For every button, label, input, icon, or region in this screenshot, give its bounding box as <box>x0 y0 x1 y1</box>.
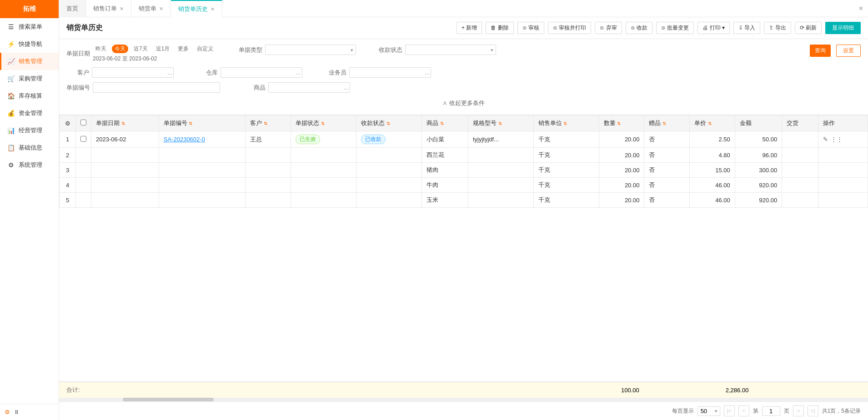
per-page-select[interactable]: 50 100 200 <box>697 406 720 416</box>
doc-no-input[interactable] <box>93 82 220 93</box>
date-tab-yesterday[interactable]: 昨天 <box>93 45 109 53</box>
col-goods[interactable]: 商品 ⇅ <box>421 115 468 131</box>
tab-sales-history[interactable]: 销货单历史 ✕ <box>171 0 222 17</box>
abandon-button[interactable]: ⊙ 弃审 <box>595 22 622 34</box>
page-prev-button[interactable]: < <box>738 405 749 416</box>
sidebar-item-search-menu[interactable]: ☰ 搜索菜单 <box>0 18 59 35</box>
goods-input[interactable] <box>268 82 350 93</box>
tab-sales-goods[interactable]: 销货单 ✕ <box>131 0 171 17</box>
date-tab-more[interactable]: 更多 <box>175 45 191 53</box>
sidebar-item-quick-nav[interactable]: ⚡ 快捷导航 <box>0 35 59 53</box>
sidebar-item-operations[interactable]: 📊 经营管理 <box>0 122 59 139</box>
batch-change-button[interactable]: ⊙ 批量变更 <box>656 22 694 34</box>
goods-more-icon[interactable]: ... <box>344 84 349 91</box>
cell-goods: 猪肉 <box>421 163 468 178</box>
customer-input[interactable] <box>92 67 174 78</box>
sidebar-item-label: 库存核算 <box>19 92 42 100</box>
sidebar-bottom-icon2[interactable]: ⏸ <box>14 409 20 415</box>
edit-action-icon[interactable]: ✎ <box>823 136 828 143</box>
row-checkbox[interactable] <box>80 136 86 142</box>
page-next-button[interactable]: > <box>793 405 804 416</box>
import-button[interactable]: ⇩ 导入 <box>733 22 760 34</box>
page-number-input[interactable] <box>762 406 780 416</box>
tab-home[interactable]: 首页 <box>59 0 86 17</box>
delete-button[interactable]: 🗑 删除 <box>486 22 513 34</box>
warehouse-more-icon[interactable]: ... <box>296 69 301 76</box>
payment-status-badge: 已收款 <box>361 135 386 144</box>
cell-goods: 牛肉 <box>421 178 468 193</box>
new-button[interactable]: + 新增 <box>457 22 482 34</box>
sidebar-item-inventory[interactable]: 🏠 库存核算 <box>0 87 59 105</box>
salesperson-input[interactable] <box>349 67 431 78</box>
summary-label: 合计: <box>66 386 103 394</box>
audit-print-button[interactable]: ⊙ 审核并打印 <box>548 22 591 34</box>
sidebar-item-purchase-mgmt[interactable]: 🛒 采购管理 <box>0 70 59 87</box>
scrollbar-thumb[interactable] <box>123 398 214 401</box>
date-tabs-group: 昨天 今天 近7天 近1月 更多 自定义 2023-06-02 至 2023-0… <box>93 45 216 63</box>
col-gift[interactable]: 赠品 ⇅ <box>644 115 690 131</box>
cell-quantity: 20.00 <box>599 131 644 148</box>
sort-doc-date-icon: ⇅ <box>121 121 125 126</box>
tab-close-sales-history[interactable]: ✕ <box>211 0 215 18</box>
audit-button[interactable]: ⊙ 审核 <box>517 22 544 34</box>
cell-gift: 否 <box>644 148 690 163</box>
cell-doc-date <box>91 178 159 193</box>
page-first-button[interactable]: |< <box>724 405 735 416</box>
customer-more-icon[interactable]: ... <box>167 69 172 76</box>
page-last-button[interactable]: >| <box>808 405 818 416</box>
filter-more-btn[interactable]: ∧ 收起更多条件 <box>66 97 861 109</box>
doc-type-select[interactable] <box>265 45 356 55</box>
payment-status-select[interactable] <box>405 45 496 55</box>
export-button[interactable]: ⇪ 导出 <box>764 22 791 34</box>
date-tab-custom[interactable]: 自定义 <box>194 45 216 53</box>
sort-goods-icon: ⇅ <box>440 121 444 126</box>
cell-checkbox[interactable] <box>76 148 91 163</box>
collect-button[interactable]: ⊙ 收款 <box>626 22 652 34</box>
doc-no-label: 单据编号 <box>66 84 90 92</box>
more-action-icon[interactable]: ⋮⋮ <box>831 136 843 143</box>
toolbar: 销货单历史 + 新增 🗑 删除 ⊙ 审核 ⊙ 审核并打印 ⊙ 弃审 ⊙ 收款 ⊙… <box>59 17 868 39</box>
settings-button[interactable]: 设置 <box>836 45 861 57</box>
col-unit-price[interactable]: 单价 ⇅ <box>690 115 735 131</box>
date-tab-7days[interactable]: 近7天 <box>131 45 151 53</box>
sidebar-item-system-mgmt[interactable]: ⚙ 系统管理 <box>0 156 59 174</box>
cell-checkbox[interactable] <box>76 163 91 178</box>
tab-close-sales-order[interactable]: ✕ <box>120 0 124 17</box>
sidebar-item-sales-mgmt[interactable]: 📈 销售管理 <box>0 53 59 70</box>
sidebar-bottom-icon1[interactable]: ⚙ <box>5 409 10 415</box>
col-settings[interactable]: ⚙ <box>60 115 76 131</box>
col-customer[interactable]: 客户 ⇅ <box>246 115 291 131</box>
col-spec-type[interactable]: 规格型号 ⇅ <box>468 115 533 131</box>
show-detail-button[interactable]: 显示明细 <box>825 22 861 34</box>
salesperson-more-icon[interactable]: ... <box>425 69 430 76</box>
cell-checkbox[interactable] <box>76 178 91 193</box>
query-button[interactable]: 查询 <box>810 45 831 57</box>
select-all-checkbox[interactable] <box>80 120 86 125</box>
col-doc-status[interactable]: 单据状态 ⇅ <box>291 115 356 131</box>
cell-customer: 王总 <box>246 131 291 148</box>
tabs-close-all[interactable]: ✕ <box>858 5 868 12</box>
col-quantity[interactable]: 数量 ⇅ <box>599 115 644 131</box>
tab-sales-order[interactable]: 销售订单 ✕ <box>86 0 131 17</box>
sidebar-item-base-info[interactable]: 📋 基础信息 <box>0 139 59 156</box>
scrollbar-track[interactable] <box>59 398 868 401</box>
tab-close-sales-goods[interactable]: ✕ <box>159 0 163 17</box>
col-sales-unit[interactable]: 销售单位 ⇅ <box>533 115 599 131</box>
cell-quantity: 20.00 <box>599 178 644 193</box>
sidebar-item-label: 系统管理 <box>19 161 42 169</box>
refresh-button[interactable]: ⟳ 刷新 <box>795 22 822 34</box>
cell-goods: 西兰花 <box>421 148 468 163</box>
cell-sales-unit: 千克 <box>533 131 599 148</box>
col-payment-status[interactable]: 收款状态 ⇅ <box>356 115 421 131</box>
sidebar-item-finance[interactable]: 💰 资金管理 <box>0 105 59 122</box>
doc-no-link[interactable]: SA-20230602-0 <box>164 136 205 143</box>
sort-payment-status-icon: ⇅ <box>386 121 390 126</box>
date-tab-today[interactable]: 今天 <box>112 45 128 53</box>
date-tab-1month[interactable]: 近1月 <box>153 45 173 53</box>
col-doc-no[interactable]: 单据编号 ⇅ <box>159 115 246 131</box>
print-button[interactable]: 🖨 打印 ▾ <box>697 22 730 34</box>
cell-checkbox[interactable] <box>76 193 91 208</box>
cell-checkbox[interactable] <box>76 131 91 148</box>
warehouse-input[interactable] <box>221 67 302 78</box>
col-doc-date[interactable]: 单据日期 ⇅ <box>91 115 159 131</box>
